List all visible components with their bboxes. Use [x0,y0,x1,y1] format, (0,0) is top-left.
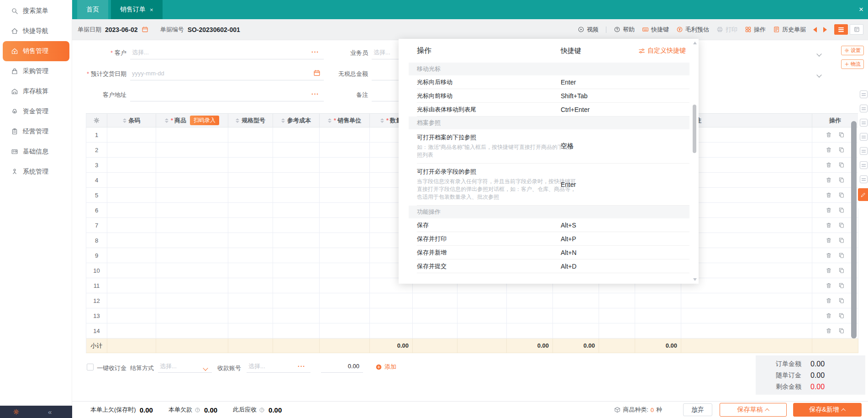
grid-cell[interactable] [681,233,812,248]
copy-row-icon[interactable] [838,222,845,228]
grid-cell[interactable] [635,323,681,339]
grid-cell[interactable] [681,143,812,158]
grid-cell[interactable] [156,293,228,308]
grid-cell[interactable] [107,233,156,248]
grid-cell[interactable] [273,203,320,218]
grid-cell[interactable] [107,218,156,233]
copy-row-icon[interactable] [838,328,845,334]
rail-edit-button[interactable] [858,188,868,201]
grid-cell[interactable] [228,233,273,248]
grid-cell[interactable] [320,188,370,203]
grid-cell[interactable] [107,323,156,339]
grid-cell[interactable] [273,263,320,278]
customer-input[interactable] [130,46,324,59]
toolbar-question-button[interactable]: 帮助 [614,26,635,34]
dialog-scroll-thumb[interactable] [693,105,696,153]
grid-cell[interactable] [320,173,370,188]
grid-cell[interactable] [553,308,599,323]
grid-cell[interactable] [156,248,228,263]
sort-control[interactable] [328,118,331,123]
scan-entry-button[interactable]: 扫码录入 [190,116,219,125]
grid-cell[interactable] [320,263,370,278]
grid-cell[interactable] [681,248,812,263]
tab-home[interactable]: 首页 [77,0,108,19]
grid-cell[interactable] [273,293,320,308]
tab-close-icon[interactable]: × [150,6,153,13]
copy-row-icon[interactable] [838,147,845,153]
settings-button[interactable]: 设置 [841,46,864,55]
grid-cell[interactable] [681,127,812,143]
account-lookup-icon[interactable]: ··· [298,363,305,370]
grid-cell[interactable] [370,308,413,323]
grid-cell[interactable] [107,248,156,263]
grid-cell[interactable] [273,158,320,173]
grid-cell[interactable] [156,218,228,233]
copy-row-icon[interactable] [838,282,845,289]
rail-icon-5[interactable] [860,147,868,155]
sort-control[interactable] [281,118,285,123]
logistics-button[interactable]: 物流 [841,59,864,69]
copy-row-icon[interactable] [838,297,845,304]
grid-cell[interactable] [228,218,273,233]
help-circle-icon[interactable] [259,407,265,413]
grid-cell[interactable] [553,293,599,308]
delete-row-icon[interactable] [826,282,832,289]
scroll-up-arrow[interactable] [693,42,697,44]
grid-cell[interactable] [458,293,507,308]
grid-cell[interactable] [458,323,507,339]
delete-row-icon[interactable] [826,252,832,259]
sidebar-item-system[interactable]: 系统管理 [0,162,72,182]
grid-cell[interactable] [107,158,156,173]
copy-row-icon[interactable] [838,267,845,274]
select-chevron-icon[interactable] [204,365,207,371]
delete-row-icon[interactable] [826,147,832,153]
delete-row-icon[interactable] [826,237,832,243]
grid-cell[interactable] [320,127,370,143]
copy-row-icon[interactable] [838,162,845,168]
customize-shortcuts-link[interactable]: 自定义快捷键 [638,47,686,55]
grid-cell[interactable] [273,143,320,158]
sort-control[interactable] [123,118,126,123]
grid-cell[interactable] [156,233,228,248]
grid-cell[interactable] [681,173,812,188]
grid-cell[interactable] [635,293,681,308]
customer-address-input[interactable] [130,88,324,101]
grid-cell[interactable] [156,308,228,323]
grid-cell[interactable] [320,278,370,293]
add-payment-button[interactable]: 添加 [375,363,396,371]
rail-icon-6[interactable] [860,161,868,169]
grid-cell[interactable] [107,278,156,293]
grid-cell[interactable] [320,308,370,323]
grid-cell[interactable] [273,173,320,188]
copy-row-icon[interactable] [838,312,845,319]
rail-icon-4[interactable] [860,133,868,141]
table-scrollbar[interactable] [851,121,857,339]
delete-row-icon[interactable] [826,207,832,213]
grid-cell[interactable] [599,308,635,323]
delete-row-icon[interactable] [826,312,832,319]
delete-row-icon[interactable] [826,132,832,138]
grid-cell[interactable] [370,293,413,308]
toolbar-yen-button[interactable]: 毛利预估 [676,26,709,34]
sort-control[interactable] [380,118,384,123]
delete-row-icon[interactable] [826,297,832,304]
sidebar-item-money[interactable]: 资金管理 [0,101,72,122]
col-header-规格型号[interactable]: 规格型号 [228,114,273,127]
copy-row-icon[interactable] [838,237,845,243]
one-key-deposit-checkbox[interactable] [87,364,94,370]
grid-cell[interactable] [228,173,273,188]
grid-cell[interactable] [107,263,156,278]
tab-sales-order[interactable]: 销售订单 × [111,0,163,19]
section-collapse-icon[interactable] [817,71,824,78]
grid-cell[interactable] [156,127,228,143]
grid-cell[interactable] [273,188,320,203]
rail-icon-1[interactable] [860,90,868,98]
grid-cell[interactable] [273,308,320,323]
grid-cell[interactable] [320,158,370,173]
grid-cell[interactable] [228,127,273,143]
delivery-date-input[interactable] [130,67,324,80]
grid-cell[interactable] [599,323,635,339]
grid-cell[interactable] [413,293,458,308]
grid-cell[interactable] [507,323,553,339]
grid-cell[interactable] [273,248,320,263]
